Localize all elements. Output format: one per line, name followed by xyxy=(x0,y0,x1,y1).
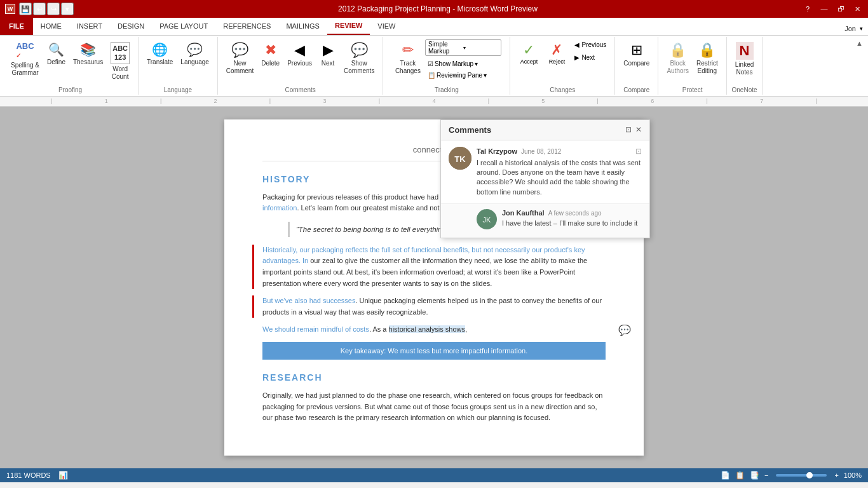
changes-next-button[interactable]: ▶ Next xyxy=(571,52,609,63)
tracking-group-label: Tracking xyxy=(383,86,510,93)
ribbon: FILE HOME INSERT DESIGN PAGE LAYOUT REFE… xyxy=(0,18,868,97)
comment-1-avatar-img: TK xyxy=(449,147,471,170)
user-chevron[interactable]: ▾ xyxy=(860,25,863,32)
reply-1-meta: Jon Kaufthal A few seconds ago xyxy=(502,209,637,217)
simple-markup-label: Simple Markup xyxy=(428,41,463,55)
show-markup-icon: ☑ xyxy=(428,60,433,67)
show-markup-button[interactable]: ☑ Show Markup ▾ xyxy=(425,59,501,69)
next-comment-button[interactable]: ▶ Next xyxy=(316,39,339,70)
compare-buttons: ⊞ Compare xyxy=(620,39,653,83)
tab-mailings[interactable]: MAILINGS xyxy=(278,17,327,35)
help-button[interactable]: ? xyxy=(802,4,813,13)
ribbon-group-onenote: N LinkedNotes OneNote xyxy=(727,37,763,95)
tab-view[interactable]: VIEW xyxy=(370,17,403,35)
show-markup-arrow: ▾ xyxy=(475,60,478,67)
reply-item-1: JK Jon Kaufthal A few seconds ago I have… xyxy=(441,204,649,238)
reply-1-avatar-img: JK xyxy=(477,209,497,229)
new-comment-button[interactable]: 💬 NewComment xyxy=(223,39,257,78)
tab-file[interactable]: FILE xyxy=(0,17,33,35)
zoom-in-button[interactable]: + xyxy=(834,471,838,479)
block-authors-icon: 🔒 xyxy=(669,42,686,58)
comment-bubble-icon: 💬 xyxy=(618,325,631,336)
qat-undo[interactable]: ↩ xyxy=(33,3,46,15)
reject-button[interactable]: ✗ Reject xyxy=(543,39,570,67)
track-changes-label: TrackChanges xyxy=(395,60,421,75)
zoom-out-button[interactable]: − xyxy=(764,471,768,479)
track-changes-button[interactable]: ✏ TrackChanges xyxy=(392,39,424,78)
comment-1-avatar: TK xyxy=(449,147,471,170)
language-button[interactable]: 💬 Language xyxy=(177,39,212,69)
comment-bubble-button[interactable]: 💬 xyxy=(618,324,631,336)
tracked-para-1: Historically, our packaging reflects the… xyxy=(262,245,606,289)
linked-notes-button[interactable]: N LinkedNotes xyxy=(732,39,757,79)
close-button[interactable]: ✕ xyxy=(851,4,863,13)
reject-label: Reject xyxy=(549,58,566,65)
zoom-slider[interactable] xyxy=(776,474,827,477)
restrict-editing-label: RestrictEditing xyxy=(696,60,718,75)
compare-label: Compare xyxy=(623,60,649,67)
language-group-label: Language xyxy=(139,86,217,93)
comments-buttons: 💬 NewComment ✖ Delete ◀ Previous ▶ Next … xyxy=(223,39,378,83)
history-p3-link[interactable]: But we've also had successes xyxy=(262,297,355,304)
document-wrapper: |1|2|3|4|5|6|7| connection. HISTORY Pack… xyxy=(0,97,868,468)
qat-save[interactable]: 💾 xyxy=(19,3,32,15)
thesaurus-label: Thesaurus xyxy=(73,58,103,66)
changes-buttons: ✓ Accept ✗ Reject ◀ Previous ▶ Next xyxy=(515,39,609,83)
tab-design[interactable]: DESIGN xyxy=(110,17,152,35)
block-authors-label: BlockAuthors xyxy=(667,60,688,75)
spelling-label: Spelling &Grammar xyxy=(11,62,39,77)
word-count-icon: ABC123 xyxy=(111,42,130,64)
comments-close-button[interactable]: ✕ xyxy=(635,125,642,134)
reviewing-pane-button[interactable]: 📋 Reviewing Pane ▾ xyxy=(425,71,501,80)
tab-references[interactable]: REFERENCES xyxy=(215,17,278,35)
next-icon: ▶ xyxy=(323,42,334,58)
tab-page-layout[interactable]: PAGE LAYOUT xyxy=(152,17,215,35)
quick-access-toolbar: 💾 ↩ ↪ ▾ xyxy=(19,3,74,15)
onenote-buttons: N LinkedNotes xyxy=(732,39,757,83)
thesaurus-icon: 📚 xyxy=(80,42,96,57)
scrollable-document[interactable]: connection. HISTORY Packaging for previo… xyxy=(0,107,868,468)
track-changes-icon: ✏ xyxy=(402,42,414,58)
user-area: Jon ▾ xyxy=(839,22,868,35)
history-p4-link[interactable]: We should remain mindful of costs xyxy=(262,325,369,333)
view-icon-1[interactable]: 📄 xyxy=(721,471,730,480)
restore-button[interactable]: 🗗 xyxy=(835,4,846,13)
ribbon-collapse[interactable]: ▲ xyxy=(853,37,865,95)
tab-insert[interactable]: INSERT xyxy=(69,17,110,35)
history-p2-text: Historically, our packaging reflects the… xyxy=(262,245,606,289)
translate-button[interactable]: 🌐 Translate xyxy=(144,39,176,69)
qat-redo[interactable]: ↪ xyxy=(47,3,60,15)
user-name: Jon xyxy=(844,25,856,32)
word-count-button[interactable]: ABC123 WordCount xyxy=(107,39,133,83)
compare-button[interactable]: ⊞ Compare xyxy=(620,39,653,70)
tracked-para-2: But we've also had successes. Unique pac… xyxy=(262,295,606,318)
thesaurus-button[interactable]: 📚 Thesaurus xyxy=(70,39,106,69)
comment-1-monitor-icon[interactable]: ⊡ xyxy=(635,147,642,156)
show-comments-button[interactable]: 💬 ShowComments xyxy=(341,39,377,78)
tab-review[interactable]: REVIEW xyxy=(327,17,370,35)
delete-comment-button[interactable]: ✖ Delete xyxy=(258,39,283,70)
title-bar-controls: ? — 🗗 ✕ xyxy=(802,4,863,13)
reply-1-text: I have the latest – I’ll make sure to in… xyxy=(502,219,637,228)
qat-more[interactable]: ▾ xyxy=(61,3,74,15)
simple-markup-dropdown[interactable]: Simple Markup ▾ xyxy=(425,39,501,56)
comments-monitor-button[interactable]: ⊡ xyxy=(625,125,632,134)
minimize-button[interactable]: — xyxy=(818,4,830,13)
tab-home[interactable]: HOME xyxy=(33,17,69,35)
view-icon-2[interactable]: 📋 xyxy=(735,471,745,480)
onenote-group-label: OneNote xyxy=(727,86,762,93)
accept-button[interactable]: ✓ Accept xyxy=(515,39,542,67)
restrict-editing-button[interactable]: 🔒 RestrictEditing xyxy=(693,39,721,78)
reviewing-pane-arrow: ▾ xyxy=(484,72,487,79)
define-button[interactable]: 🔍 Define xyxy=(44,39,69,69)
ribbon-content: ABC✓ Spelling &Grammar 🔍 Define 📚 Thesau… xyxy=(0,36,868,96)
compare-icon: ⊞ xyxy=(631,42,642,58)
zoom-level: 100% xyxy=(844,471,862,479)
delete-label: Delete xyxy=(261,60,280,67)
spelling-grammar-button[interactable]: ABC✓ Spelling &Grammar xyxy=(8,39,43,79)
previous-comment-button[interactable]: ◀ Previous xyxy=(284,39,315,70)
history-p2-link[interactable]: Historically, our packaging reflects the… xyxy=(262,246,585,265)
changes-previous-button[interactable]: ◀ Previous xyxy=(571,39,609,50)
block-authors-button[interactable]: 🔒 BlockAuthors xyxy=(663,39,691,78)
view-icon-3[interactable]: 📑 xyxy=(750,471,759,480)
